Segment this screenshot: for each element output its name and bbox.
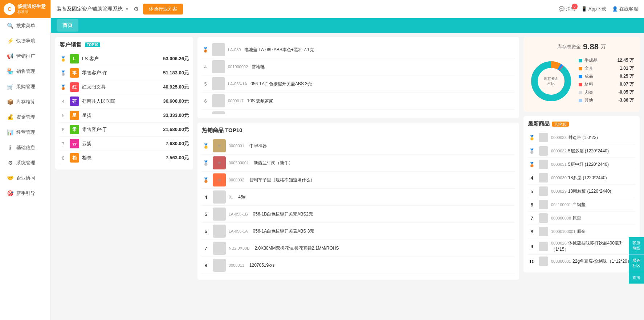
float-buttons: 客服 热线 服务 社区 直播 — [629, 237, 644, 284]
sidebar-item-purchase[interactable]: 🛒 采购管理 — [0, 79, 50, 94]
new-product-img — [539, 186, 548, 196]
hot-products-list: 🥇 图 0000001 中华神器 🥈 图 000500001 新西兰牛肉（新牛）… — [202, 138, 515, 275]
new-product-img — [539, 213, 548, 223]
sidebar-item-label: 库存核算 — [16, 99, 35, 105]
customer-rank-item: 🥉 红 红太阳文具 40,925.00元 — [60, 80, 189, 94]
sidebar-item-label: 销售管理 — [16, 68, 35, 75]
header: 装备及固定资产辅助管理系统 ▼ ⚙ 体验行业方案 💬 消息 6 📱 App下载 … — [51, 0, 644, 18]
sidebar-item-finance[interactable]: 💰 资金管理 — [0, 110, 50, 125]
sales-icon: 🏪 — [7, 68, 13, 75]
app-download-button[interactable]: 📱 App下载 — [581, 6, 606, 12]
main-area: 装备及固定资产辅助管理系统 ▼ ⚙ 体验行业方案 💬 消息 6 📱 App下载 … — [51, 0, 644, 320]
sidebar-item-sales[interactable]: 🏪 销售管理 — [0, 64, 50, 79]
service-community-button[interactable]: 服务 社区 — [629, 255, 644, 272]
donut-chart: 库存资金 占比 — [529, 60, 573, 103]
tab-home[interactable]: 首页 — [57, 19, 78, 32]
product-rank-item: 7 000800005 手机测试 — [202, 110, 515, 114]
sidebar-item-label: 经营管理 — [16, 129, 35, 136]
legend-item: 肉类 -0.05 万 — [579, 89, 634, 95]
collab-icon: 🤝 — [7, 175, 13, 181]
nav-tabs: 首页 — [51, 18, 644, 33]
new-product-item: 8 10000100001原奎 — [528, 225, 635, 238]
product-img — [212, 94, 225, 107]
new-product-item: 9 0000028体械蔻枝味苏打饮品400毫升（1*15） — [528, 238, 635, 255]
finance-icon: 💰 — [7, 114, 13, 120]
new-product-img — [539, 173, 548, 182]
new-product-item: 5 000002918颗粒板 (1220*2440) — [528, 185, 635, 198]
legend-dot — [579, 99, 582, 102]
live-button[interactable]: 直播 — [629, 272, 644, 284]
app-download-label: App下载 — [588, 6, 606, 12]
customer-rank-item: 8 档 档总 7,563.00元 — [60, 151, 189, 165]
sidebar-item-marketing[interactable]: 📢 营销推广 — [0, 49, 50, 64]
customer-rank-item: 🥈 零 零售客户-许 51,183.00元 — [60, 66, 189, 80]
legend-item: 成品 0.25 万 — [579, 73, 634, 79]
customer-service-button[interactable]: 客服 热线 — [629, 237, 644, 255]
product-img — [212, 43, 225, 56]
system-icon: ⚙ — [7, 160, 13, 166]
new-product-img — [539, 200, 548, 209]
sidebar-item-label: 基础信息 — [16, 144, 35, 151]
product-info: LA-056-1A 056-1A白色按键开关盖ABS 3壳 — [228, 81, 515, 87]
marketing-icon: 📢 — [7, 53, 13, 60]
product-thumbnail — [213, 190, 226, 204]
system-name-area: 装备及固定资产辅助管理系统 ▼ — [57, 6, 129, 12]
sidebar-item-inventory[interactable]: 📦 库存核算 — [0, 94, 50, 110]
product-img — [212, 60, 225, 73]
svg-text:库存资金: 库存资金 — [544, 77, 558, 81]
inventory-icon: 📦 — [7, 99, 13, 105]
hot-product-item: 4 01 45# — [202, 189, 515, 206]
basics-icon: ℹ — [7, 144, 13, 151]
message-button[interactable]: 💬 消息 6 — [559, 6, 575, 12]
product-rank-item: 4 001000002 雪地靴 — [202, 58, 515, 75]
settings-icon[interactable]: ⚙ — [134, 5, 139, 12]
sidebar-item-guide[interactable]: 🎯 新手引导 — [0, 186, 50, 201]
customer-avatar: 零 — [70, 125, 79, 134]
product-thumbnail: 图 — [213, 139, 226, 152]
sidebar-item-label: 营销推广 — [16, 53, 35, 60]
hot-product-item: 8 0000011 12070519-xs — [202, 257, 515, 274]
product-thumbnail: 图 — [213, 173, 226, 186]
product-thumbnail — [213, 259, 226, 272]
trial-button[interactable]: 体验行业方案 — [143, 4, 183, 15]
product-rank-item: 🥉 LA-089 电池盖 LA-089 ABS本色+黑种 7.1克 — [202, 41, 515, 58]
sidebar-item-search[interactable]: 🔍 搜索菜单 — [0, 18, 50, 33]
sidebar-item-label: 系统管理 — [16, 160, 35, 166]
new-product-item: 🥈 00000325层多层 (1220*2440) — [528, 144, 635, 158]
customer-avatar: 云 — [70, 139, 79, 148]
sidebar-item-system[interactable]: ⚙ 系统管理 — [0, 155, 50, 171]
customer-avatar: 档 — [70, 153, 79, 163]
product-rank-partial-card: 🥉 LA-089 电池盖 LA-089 ABS本色+黑种 7.1克 4 0010… — [197, 37, 519, 118]
hot-products-title: 热销商品 TOP10 — [202, 127, 515, 134]
legend-dot — [579, 83, 582, 86]
new-product-img — [539, 133, 548, 142]
hot-product-item: 6 LA-056-1A 056-1A白色按键开关盖ABS 3壳 — [202, 223, 515, 240]
legend-dot — [579, 59, 582, 62]
legend-item: 材料 0.07 万 — [579, 81, 634, 87]
hot-product-item: 5 LA-056-1B 056-1B白色按键开关壳ABS2壳 — [202, 206, 515, 223]
search-icon: 🔍 — [7, 22, 13, 29]
dropdown-icon[interactable]: ▼ — [125, 7, 129, 12]
product-thumbnail — [213, 242, 226, 255]
customer-avatar: 苍 — [70, 97, 79, 106]
hot-product-item: 9 KK-SD22110H 花语萌恒温分腿睡袋（厚款） — [202, 274, 515, 275]
sidebar-item-operations[interactable]: 📊 经营管理 — [0, 125, 50, 140]
product-rank-item: 5 LA-056-1A 056-1A白色按键开关盖ABS 3壳 — [202, 75, 515, 93]
nav-icon: ⚡ — [7, 38, 13, 44]
service-icon: 👤 — [612, 6, 618, 12]
online-service-button[interactable]: 👤 在线客服 — [612, 6, 638, 12]
sidebar-item-basics[interactable]: ℹ 基础信息 — [0, 140, 50, 155]
product-thumbnail — [213, 208, 226, 221]
sidebar-item-collab[interactable]: 🤝 企业协同 — [0, 171, 50, 186]
inventory-header: 库存总资金 9.88 万 — [529, 41, 634, 54]
sidebar-item-quicknav[interactable]: ⚡ 快捷导航 — [0, 33, 50, 49]
content-area: 客户销售 TOP10 🥇 L LS 客户 53,006.26元 🥈 零 零售客户… — [51, 33, 644, 320]
customer-rank-card: 客户销售 TOP10 🥇 L LS 客户 53,006.26元 🥈 零 零售客户… — [55, 37, 193, 169]
legend-item: 文具 1.01 万 — [579, 65, 634, 71]
message-badge: 6 — [572, 4, 578, 9]
logo-text: 畅捷通好生意 — [17, 4, 46, 10]
customer-avatar: L — [70, 54, 79, 63]
logo-icon: C — [4, 3, 15, 15]
product-rank-item: 6 0000017 10S 变频罗浆 — [202, 93, 515, 110]
product-info: LA-089 电池盖 LA-089 ABS本色+黑种 7.1克 — [228, 47, 515, 53]
